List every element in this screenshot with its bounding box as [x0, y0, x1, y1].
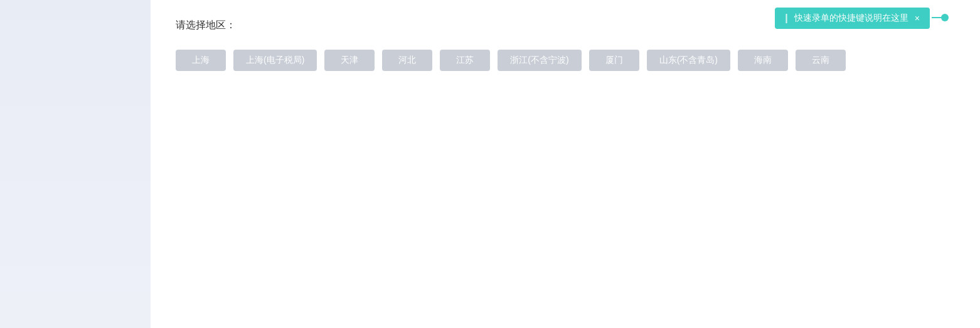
- tooltip-text: 快速录单的快捷键说明在这里: [794, 13, 908, 24]
- tooltip-banner: 快速录单的快捷键说明在这里 ×: [775, 8, 930, 29]
- region-button-zhejiang[interactable]: 浙江(不含宁波): [498, 50, 581, 71]
- region-button-shanghai[interactable]: 上海: [176, 50, 226, 71]
- region-buttons-container: 上海上海(电子税局)天津河北江苏浙江(不含宁波)厦门山东(不含青岛)海南云南: [176, 50, 955, 71]
- sidebar: [0, 0, 151, 328]
- region-button-tianjin[interactable]: 天津: [324, 50, 375, 71]
- main-content: 请选择地区： 上海上海(电子税局)天津河北江苏浙江(不含宁波)厦门山东(不含青岛…: [151, 0, 980, 328]
- region-button-xiamen[interactable]: 厦门: [589, 50, 639, 71]
- region-button-hebei[interactable]: 河北: [382, 50, 432, 71]
- region-button-shandong[interactable]: 山东(不含青岛): [647, 50, 730, 71]
- region-button-hainan[interactable]: 海南: [738, 50, 788, 71]
- region-button-yunnan[interactable]: 云南: [796, 50, 846, 71]
- region-button-shanghai-etax[interactable]: 上海(电子税局): [233, 50, 317, 71]
- tooltip-close-button[interactable]: ×: [915, 14, 920, 23]
- tooltip-connector-dot: [941, 14, 949, 21]
- region-button-jiangsu[interactable]: 江苏: [440, 50, 490, 71]
